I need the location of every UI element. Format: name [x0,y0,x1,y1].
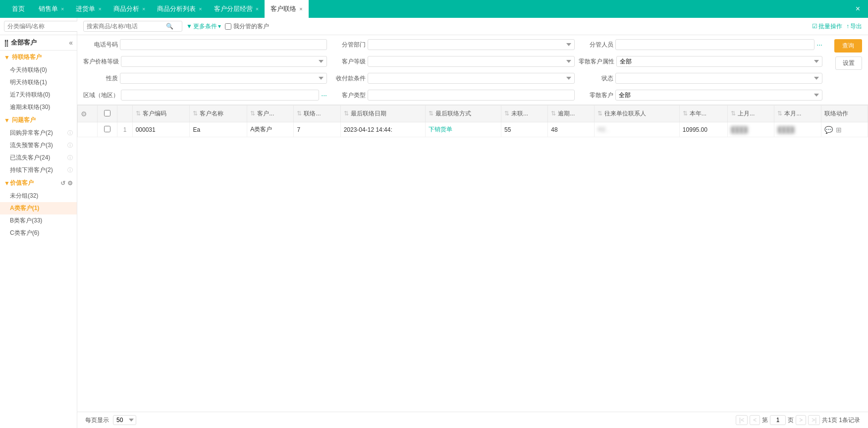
row-lastmethod-link[interactable]: 下销货单 [429,126,452,133]
tab-customer-contact[interactable]: 客户联络 × [265,0,308,18]
col-unpending[interactable]: ⇅未联... [501,106,548,122]
nature-select[interactable] [120,73,327,84]
filter-row-2: 客户价格等级 客户等级 零散客户属性 全部 [83,56,822,67]
col-thismonth[interactable]: ⇅本月... [774,106,821,122]
region-dots[interactable]: ··· [321,91,327,99]
close-tab-analysis-list[interactable]: × [199,6,202,12]
col-contacts[interactable]: ⇅联络... [294,106,340,122]
select-all-checkbox[interactable] [104,110,110,116]
col-lastmethod[interactable]: ⇅最后联络方式 [426,106,501,122]
scatter-attr-select[interactable]: 全部 [616,56,822,67]
ungroup-label: 未分组(32) [10,192,73,200]
sidebar-item-decline[interactable]: 持续下滑客户(2) ⓘ [0,164,77,176]
close-tab-customer-tier[interactable]: × [256,6,259,12]
col-name[interactable]: ⇅客户名称 [190,106,247,122]
sidebar-item-repurchase[interactable]: 回购异常客户(2) ⓘ [0,127,77,139]
close-tab-analysis[interactable]: × [142,6,145,12]
sort-contacts[interactable]: ⇅ [297,110,302,117]
sort-thismonth[interactable]: ⇅ [777,110,782,117]
export-btn[interactable]: ↑ 导出 [846,22,862,31]
sidebar-section-value[interactable]: ▼ 价值客户 ↺ ⚙ [0,176,77,190]
sidebar-section-problem[interactable]: ▼ 问题客户 [0,113,77,127]
sort-yearamt[interactable]: ⇅ [683,110,688,117]
filter-search-icon[interactable]: 🔍 [166,23,173,30]
last-page-btn[interactable]: >| [808,415,820,425]
customer-grade-select[interactable] [368,56,575,67]
settings-button[interactable]: 设置 [835,56,862,70]
sidebar-item-classA[interactable]: A类客户(1) [0,202,77,214]
status-select[interactable] [615,73,822,84]
batch-op-btn[interactable]: ☑ 批量操作 [812,22,842,31]
sidebar: 🔍 ⣿ 全部客户 « ▼ 待联络客户 今天待联络(0) 明天待联络(1) 近7天… [0,18,77,428]
dept-select[interactable] [368,39,575,50]
next-page-btn[interactable]: > [796,415,806,425]
page-input[interactable] [770,415,786,425]
filter-actions: ☑ 批量操作 ↑ 导出 [812,22,862,31]
filter-search-input[interactable] [87,23,166,30]
region-input[interactable] [121,90,319,101]
query-button[interactable]: 查询 [834,39,862,53]
row-lastmonth-blurred: ████ [731,126,748,133]
scatter-select[interactable]: 全部 [615,90,822,101]
qr-icon[interactable]: ⊞ [836,126,842,134]
col-code[interactable]: ⇅客户编码 [132,106,190,122]
sidebar-item-lost[interactable]: 已流失客户(24) ⓘ [0,152,77,164]
filter-my-customers[interactable]: 我分管的客户 [225,22,269,31]
tab-analysis[interactable]: 商品分析 × [108,0,151,18]
refresh-icon-value[interactable]: ↺ [60,180,65,187]
manager-dots[interactable]: ··· [816,41,822,49]
manager-input[interactable] [615,39,814,50]
settings-icon-value[interactable]: ⚙ [67,180,73,187]
tab-sales[interactable]: 销售单 × [33,0,70,18]
close-tab-sales[interactable]: × [61,6,64,12]
table-gear-icon[interactable]: ⚙ [81,110,87,118]
sort-name[interactable]: ⇅ [193,110,198,117]
col-lastdate[interactable]: ⇅最后联络日期 [340,106,426,122]
close-all-tabs[interactable]: × [852,4,864,13]
phone-input[interactable] [120,39,327,50]
filter-more-btn[interactable]: ▼ 更多条件 ▾ [186,22,221,31]
sidebar-item-lost-warn[interactable]: 流失预警客户(3) ⓘ [0,139,77,152]
sidebar-section-pending[interactable]: ▼ 待联络客户 [0,51,77,64]
sidebar-item-tomorrow[interactable]: 明天待联络(1) [0,76,77,89]
sort-lastmethod[interactable]: ⇅ [429,110,434,117]
sidebar-item-ungroup[interactable]: 未分组(32) [0,190,77,202]
tab-purchase[interactable]: 进货单 × [70,0,107,18]
prev-page-btn[interactable]: < [750,415,760,425]
col-lastmonth[interactable]: ⇅上月... [728,106,774,122]
nav-home[interactable]: 首页 [4,4,33,13]
col-level[interactable]: ⇅客户... [247,106,294,122]
close-tab-customer-contact[interactable]: × [299,6,302,12]
sidebar-item-today[interactable]: 今天待联络(0) [0,64,77,76]
row-select-checkbox[interactable] [104,126,110,132]
sidebar-item-classB[interactable]: B类客户(33) [0,214,77,227]
per-page-select[interactable]: 50 100 200 [113,415,136,425]
my-customers-checkbox[interactable] [225,23,231,30]
sort-lastmonth[interactable]: ⇅ [731,110,736,117]
col-overdue[interactable]: ⇅逾期... [548,106,595,122]
sort-overdue[interactable]: ⇅ [551,110,556,117]
footer-right: |< < 第 页 > >| 共1页 1条记录 [736,415,860,425]
close-tab-purchase[interactable]: × [98,6,101,12]
sidebar-collapse-btn[interactable]: « [69,39,73,47]
sidebar-item-overdue[interactable]: 逾期未联络(30) [0,101,77,113]
advanced-filter: 电话号码 分管部门 分管人员 ··· [77,35,868,105]
sidebar-search-input[interactable] [4,21,85,32]
sort-unpending[interactable]: ⇅ [504,110,509,117]
price-grade-select[interactable] [121,56,327,67]
sort-level[interactable]: ⇅ [250,110,255,117]
col-num [117,106,132,122]
sidebar-item-classC[interactable]: C类客户(6) [0,227,77,239]
sort-code[interactable]: ⇅ [136,110,141,117]
sort-contact-person[interactable]: ⇅ [597,110,602,117]
sort-lastdate[interactable]: ⇅ [344,110,349,117]
tab-analysis-list[interactable]: 商品分析列表 × [151,0,208,18]
chat-icon[interactable]: 💬 [824,126,833,134]
sidebar-item-7days[interactable]: 近7天待联络(0) [0,89,77,101]
tab-customer-tier[interactable]: 客户分层经营 × [208,0,265,18]
payment-select[interactable] [368,73,575,84]
col-yearamt[interactable]: ⇅本年... [679,106,727,122]
first-page-btn[interactable]: |< [736,415,748,425]
customer-type-input[interactable] [368,90,575,101]
col-contact-person[interactable]: ⇅往来单位联系人 [595,106,679,122]
